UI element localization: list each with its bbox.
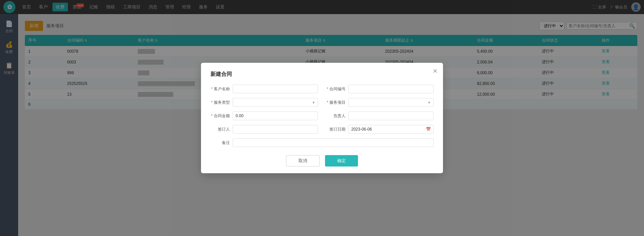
- amount-label: 合同金额: [210, 113, 230, 119]
- cancel-button[interactable]: 取消: [286, 155, 320, 167]
- service-type-select-wrap: ▼: [233, 98, 318, 107]
- modal-title: 新建合同: [210, 71, 434, 78]
- service-item-label: 服务项目: [326, 100, 346, 105]
- contract-no-input[interactable]: [348, 85, 434, 93]
- contract-no-row: 合同编号: [326, 85, 434, 93]
- note-label: 备注: [210, 140, 230, 146]
- calendar-icon[interactable]: 📅: [426, 127, 431, 132]
- service-type-select[interactable]: [233, 98, 318, 107]
- modal-overlay: ✕ 新建合同 客户名称 合同编号 服务类型 ▼: [0, 0, 644, 236]
- signer-input[interactable]: [233, 125, 318, 134]
- new-contract-modal: ✕ 新建合同 客户名称 合同编号 服务类型 ▼: [201, 63, 443, 173]
- modal-close-button[interactable]: ✕: [433, 67, 438, 75]
- responsible-input[interactable]: [348, 111, 434, 120]
- note-input[interactable]: [233, 138, 434, 147]
- amount-row: 合同金额: [210, 111, 318, 120]
- customer-name-row: 客户名称: [210, 85, 318, 93]
- sign-date-label: 签订日期: [326, 127, 346, 132]
- signer-row: 签订人: [210, 125, 318, 134]
- service-type-label: 服务类型: [210, 100, 230, 105]
- sign-date-row: 签订日期 📅: [326, 125, 434, 134]
- amount-input[interactable]: [233, 111, 318, 120]
- service-item-select[interactable]: [348, 98, 434, 107]
- signer-label: 签订人: [210, 127, 230, 132]
- confirm-button[interactable]: 确定: [325, 155, 358, 167]
- service-item-select-wrap: ▼: [348, 98, 434, 107]
- note-row: 备注: [210, 138, 434, 147]
- modal-footer: 取消 确定: [210, 155, 434, 167]
- contract-no-label: 合同编号: [326, 86, 346, 92]
- modal-form: 客户名称 合同编号 服务类型 ▼ 服务项目: [210, 85, 434, 147]
- sign-date-wrap: 📅: [348, 125, 434, 134]
- service-item-row: 服务项目 ▼: [326, 98, 434, 107]
- responsible-label: 负责人: [326, 113, 346, 119]
- sign-date-input[interactable]: [348, 125, 434, 134]
- responsible-row: 负责人: [326, 111, 434, 120]
- customer-name-label: 客户名称: [210, 86, 230, 92]
- service-type-row: 服务类型 ▼: [210, 98, 318, 107]
- customer-name-input[interactable]: [233, 85, 318, 93]
